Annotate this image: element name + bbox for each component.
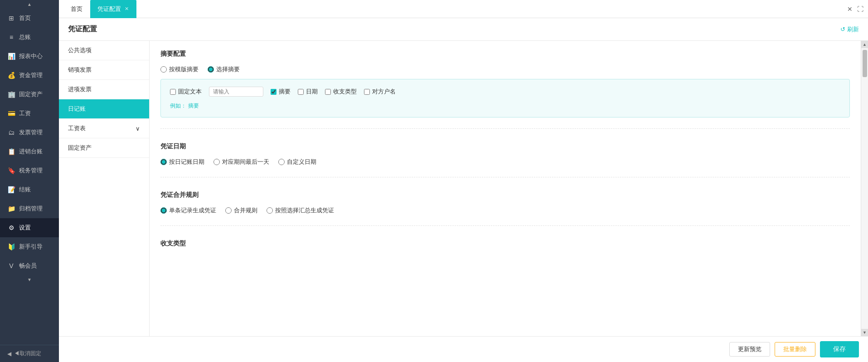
sidebar-item-reports[interactable]: 📊 报表中心 [0,47,59,66]
left-nav-public[interactable]: 公共选项 [59,41,149,60]
refresh-icon: ↺ [840,26,845,33]
sidebar-item-ledger[interactable]: ≡ 总账 [0,28,59,47]
right-content: 摘要配置 按模版摘要 选择摘要 [150,41,861,336]
voucher-date-radio-custom[interactable]: 自定义日期 [278,158,316,166]
sidebar-scroll-down[interactable]: ▼ [0,275,59,284]
left-nav-purchase-invoice[interactable]: 进项发票 [59,80,149,99]
voucher-date-radio-last-day[interactable]: 对应期间最后一天 [213,158,269,166]
summary-radio-select-input[interactable] [208,66,214,73]
sidebar-item-home[interactable]: ⊞ 首页 [0,9,59,28]
sidebar-item-purchase-sales[interactable]: 📋 进销台账 [0,142,59,161]
checkbox-income-type[interactable]: 收支类型 [325,88,357,96]
merge-rule-radio-select-merge-input[interactable] [267,207,273,214]
merge-rule-radio-merge[interactable]: 合并规则 [225,206,257,215]
checkbox-date-label: 日期 [306,88,318,96]
sidebar-item-salary[interactable]: 💳 工资 [0,104,59,123]
sidebar-scroll-up[interactable]: ▲ [0,0,59,9]
summary-radio-template[interactable]: 按模版摘要 [160,65,199,73]
scroll-up-button[interactable]: ▲ [861,41,868,48]
sidebar-item-label: 设置 [19,224,31,232]
checkbox-income-type-input[interactable] [325,89,331,95]
tab-close-icon[interactable]: ✕ [125,6,129,12]
sidebar-item-label: 固定资产 [19,90,43,98]
sidebar-item-tax[interactable]: 🔖 税务管理 [0,161,59,180]
sidebar-item-archive[interactable]: 📁 归档管理 [0,199,59,218]
cancel-pin-label: ◀取消固定 [14,350,41,357]
home-icon: ⊞ [7,15,15,22]
sidebar: ▲ ⊞ 首页 ≡ 总账 📊 报表中心 💰 资金管理 🏢 固定资产 💳 工资 🗂 … [0,0,59,362]
tab-voucher-config[interactable]: 凭证配置 ✕ [90,0,136,18]
chevron-down-icon: ∨ [136,125,140,132]
salary-icon: 💳 [7,110,15,117]
left-nav-payroll[interactable]: 工资表 ∨ [59,119,149,138]
income-type-section: 收支类型 [160,240,850,266]
tab-voucher-config-label: 凭证配置 [97,5,121,13]
sidebar-item-guide[interactable]: 🔰 新手引导 [0,237,59,256]
reports-icon: 📊 [7,53,15,60]
checkbox-summary[interactable]: 摘要 [271,88,291,96]
left-nav-fixed-assets[interactable]: 固定资产 [59,138,149,158]
sidebar-item-label: 工资 [19,109,31,117]
checkbox-counterpart[interactable]: 对方户名 [364,88,396,96]
summary-section-title: 摘要配置 [160,50,850,58]
voucher-date-radio-journal-label: 按日记账日期 [169,158,204,166]
voucher-date-radio-custom-input[interactable] [278,159,285,165]
voucher-date-title: 凭证日期 [160,142,850,151]
refresh-button[interactable]: ↺ 刷新 [840,25,859,34]
merge-rule-radio-group: 单条记录生成凭证 合并规则 按照选择汇总生成凭证 [160,206,850,215]
settlement-icon: 📝 [7,186,15,193]
sidebar-item-funds[interactable]: 💰 资金管理 [0,66,59,85]
merge-rule-radio-single-input[interactable] [160,207,167,214]
sidebar-cancel-pin[interactable]: ◀ ◀取消固定 [0,345,59,362]
scroll-down-button[interactable]: ▼ [861,329,868,336]
guide-icon: 🔰 [7,243,15,250]
fixed-text-input[interactable] [209,87,263,97]
voucher-date-radio-journal[interactable]: 按日记账日期 [160,158,204,166]
summary-radio-select[interactable]: 选择摘要 [208,65,240,73]
sidebar-item-vip[interactable]: V 畅会员 [0,256,59,275]
checkbox-counterpart-input[interactable] [364,89,370,95]
checkbox-date-input[interactable] [298,89,304,95]
scroll-thumb[interactable] [863,50,867,77]
summary-section: 摘要配置 按模版摘要 选择摘要 [160,50,850,129]
sidebar-item-label: 资金管理 [19,71,43,79]
batch-delete-button[interactable]: 批量删除 [775,342,815,357]
sidebar-item-settlement[interactable]: 📝 结账 [0,180,59,199]
archive-icon: 📁 [7,205,15,212]
income-type-title: 收支类型 [160,240,850,248]
page-title: 凭证配置 [68,24,97,34]
sidebar-item-assets[interactable]: 🏢 固定资产 [0,85,59,104]
merge-rule-radio-single[interactable]: 单条记录生成凭证 [160,206,216,215]
scroll-track [861,48,868,329]
sidebar-item-label: 首页 [19,14,31,22]
voucher-date-radio-last-day-input[interactable] [213,159,220,165]
merge-rule-radio-merge-input[interactable] [225,207,232,214]
tab-home[interactable]: 首页 [63,0,90,18]
checkbox-fixed-text[interactable]: 固定文本 [170,88,202,96]
sidebar-item-invoice-mgmt[interactable]: 🗂 发票管理 [0,123,59,142]
checkbox-fixed-text-input[interactable] [170,89,176,95]
sidebar-item-label: 发票管理 [19,128,43,137]
save-button[interactable]: 保存 [820,341,859,357]
merge-rule-radio-merge-label: 合并规则 [234,206,257,215]
summary-checkbox-row: 固定文本 摘要 日期 [170,87,840,97]
checkbox-date[interactable]: 日期 [298,88,318,96]
cancel-pin-icon: ◀ [7,351,11,357]
fullscreen-icon[interactable]: ⛶ [857,5,863,13]
voucher-date-radio-last-day-label: 对应期间最后一天 [222,158,269,166]
close-window-icon[interactable]: ✕ [847,5,853,13]
merge-rule-radio-select-merge-label: 按照选择汇总生成凭证 [275,206,334,215]
summary-radio-template-label: 按模版摘要 [169,65,199,73]
tax-icon: 🔖 [7,167,15,174]
merge-rule-radio-select-merge[interactable]: 按照选择汇总生成凭证 [267,206,334,215]
left-nav-sales-invoice[interactable]: 销项发票 [59,60,149,80]
left-nav-journal[interactable]: 日记账 [59,99,149,119]
sidebar-item-settings[interactable]: ⚙ 设置 [0,218,59,237]
ledger-icon: ≡ [7,34,15,41]
content-wrapper: 公共选项 销项发票 进项发票 日记账 工资表 ∨ [59,41,861,336]
checkbox-summary-input[interactable] [271,89,276,95]
voucher-date-radio-journal-input[interactable] [160,159,167,165]
update-preview-button[interactable]: 更新预览 [729,342,770,357]
summary-radio-template-input[interactable] [160,66,167,73]
voucher-date-radio-group: 按日记账日期 对应期间最后一天 自定义日期 [160,158,850,166]
